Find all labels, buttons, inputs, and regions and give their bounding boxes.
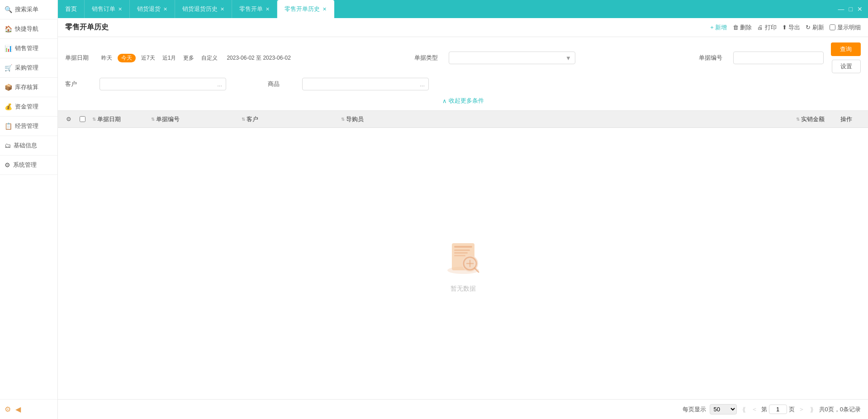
col-header-date[interactable]: ⇅ 单据日期 (89, 115, 147, 123)
filter-actions: 查询 设置 (831, 42, 861, 73)
tab-sales-return[interactable]: 销货退货 ✕ (130, 0, 175, 18)
customer-dots-icon[interactable]: ... (217, 81, 222, 88)
type-filter-label: 单据类型 (414, 54, 441, 62)
collapse-filter-label: 收起更多条件 (449, 97, 484, 105)
type-dropdown-icon: ▼ (565, 55, 571, 61)
sort-icon-no: ⇅ (151, 117, 155, 122)
last-page-btn[interactable]: ⟫ (808, 405, 816, 414)
collapse-row: ∧ 收起更多条件 (65, 95, 861, 108)
tab-retail-open-history-close[interactable]: ✕ (323, 6, 327, 12)
filter-settings-button[interactable]: 设置 (832, 60, 861, 73)
sidebar-label-base-info: 基础信息 (14, 141, 37, 150)
date-opt-more[interactable]: 更多 (181, 54, 196, 62)
delete-button[interactable]: 🗑 删除 (733, 24, 752, 32)
bottom-gear-icon[interactable]: ⚙ (5, 405, 11, 414)
prev-page-btn[interactable]: ＜ (749, 405, 759, 414)
col-header-no[interactable]: ⇅ 单据编号 (147, 115, 238, 123)
export-button[interactable]: ⬆ 导出 (782, 24, 801, 32)
tab-home[interactable]: 首页 (58, 0, 85, 18)
date-opt-yesterday[interactable]: 昨天 (100, 54, 114, 62)
collapse-chevron-icon: ∧ (442, 98, 447, 104)
col-header-guide[interactable]: ⇅ 导购员 (337, 115, 392, 123)
customer-filter-label: 客户 (65, 80, 92, 88)
sidebar-item-sys-mgmt[interactable]: ⚙ 系统管理 (0, 155, 57, 175)
refresh-button[interactable]: ↻ 刷新 (806, 24, 824, 32)
tab-bar: 首页 销售订单 ✕ 销货退货 ✕ 销货退货历史 ✕ 零售开单 ✕ 零售开单历史 … (58, 0, 868, 18)
main-area: 首页 销售订单 ✕ 销货退货 ✕ 销货退货历史 ✕ 零售开单 ✕ 零售开单历史 … (58, 0, 868, 419)
col-label-op: 操作 (840, 115, 852, 123)
col-label-amount: 实销金额 (801, 115, 825, 123)
show-detail-label: 显示明细 (837, 24, 861, 32)
date-opt-7days[interactable]: 近7天 (139, 54, 157, 62)
sidebar-item-purchase-mgmt[interactable]: 🛒 采购管理 (0, 58, 57, 78)
total-info: 共0页，0条记录 (819, 405, 861, 414)
date-options: 昨天 今天 近7天 近1月 更多 自定义 (100, 54, 219, 62)
goods-filter-input[interactable]: ... (302, 78, 429, 90)
tab-retail-open-close[interactable]: ✕ (266, 6, 270, 12)
sidebar-item-finance[interactable]: 💰 资金管理 (0, 97, 57, 117)
window-close[interactable]: ✕ (857, 5, 863, 13)
sidebar-item-sales-mgmt[interactable]: 📊 销售管理 (0, 39, 57, 58)
add-button[interactable]: + 新增 (710, 24, 727, 32)
show-detail-checkbox[interactable] (830, 24, 835, 30)
page-number-input[interactable] (769, 405, 787, 414)
customer-filter-input[interactable]: ... (100, 78, 226, 90)
window-controls: — □ ✕ (838, 5, 868, 13)
query-button[interactable]: 查询 (831, 42, 861, 56)
col-label-customer: 客户 (247, 115, 258, 123)
base-info-icon: 🗂 (5, 142, 11, 149)
goods-dots-icon[interactable]: ... (420, 81, 425, 88)
tab-sales-return-history-close[interactable]: ✕ (220, 6, 224, 12)
svg-rect-5 (454, 255, 465, 256)
tab-sales-return-history[interactable]: 销货退货历史 ✕ (175, 0, 232, 18)
date-opt-custom[interactable]: 自定义 (199, 54, 219, 62)
header-actions: + 新增 🗑 删除 🖨 打印 ⬆ 导出 ↻ 刷新 显示明细 (710, 24, 861, 32)
type-filter-select[interactable]: ▼ (449, 52, 575, 64)
col-label-no: 单据编号 (156, 115, 180, 123)
page-label-prefix: 第 (761, 405, 767, 414)
window-minimize[interactable]: — (838, 5, 844, 13)
collapse-filter-btn[interactable]: ∧ 收起更多条件 (442, 97, 484, 105)
tab-retail-open-history[interactable]: 零售开单历史 ✕ (277, 0, 334, 18)
col-header-amount[interactable]: ⇅ 实销金额 (774, 115, 828, 123)
finance-icon: 💰 (5, 103, 12, 110)
date-range: 2023-06-02 至 2023-06-02 (227, 54, 290, 62)
sidebar-bottom: ⚙ ◀ (0, 399, 57, 419)
tab-sales-return-label: 销货退货 (137, 5, 161, 13)
per-page-select[interactable]: 50 100 (710, 404, 737, 414)
table-select-all[interactable] (76, 116, 89, 122)
print-button[interactable]: 🖨 打印 (757, 24, 777, 32)
tab-sales-order-close[interactable]: ✕ (118, 6, 122, 12)
sidebar-search[interactable]: 🔍 搜索采单 (0, 0, 57, 19)
page-content: 零售开单历史 + 新增 🗑 删除 🖨 打印 ⬆ 导出 ↻ 刷新 显示明细 单据日… (58, 18, 868, 419)
select-all-checkbox[interactable] (80, 116, 85, 122)
tab-sales-order[interactable]: 销售订单 ✕ (85, 0, 130, 18)
tab-sales-order-label: 销售订单 (92, 5, 115, 13)
window-maximize[interactable]: □ (849, 5, 853, 13)
inventory-icon: 📦 (5, 84, 12, 91)
sales-icon: 📊 (5, 45, 12, 52)
sidebar-item-inventory[interactable]: 📦 库存核算 (0, 78, 57, 97)
show-detail-toggle[interactable]: 显示明细 (830, 24, 861, 32)
col-header-op: 操作 (828, 115, 864, 123)
sidebar-label-operations: 经营管理 (15, 122, 38, 130)
empty-state: 暂无数据 (58, 128, 868, 399)
number-filter-input[interactable] (733, 52, 824, 64)
sidebar-item-operations[interactable]: 📋 经营管理 (0, 117, 57, 136)
date-opt-1month[interactable]: 近1月 (161, 54, 178, 62)
sidebar-label-finance: 资金管理 (15, 103, 38, 111)
table-settings-icon[interactable]: ⚙ (62, 116, 76, 122)
tab-sales-return-close[interactable]: ✕ (163, 6, 167, 12)
col-header-customer[interactable]: ⇅ 客户 (238, 115, 337, 123)
sidebar-item-base-info[interactable]: 🗂 基础信息 (0, 136, 57, 155)
purchase-icon: 🛒 (5, 64, 12, 71)
sort-icon-amount: ⇅ (796, 117, 800, 122)
date-opt-today[interactable]: 今天 (118, 54, 136, 62)
sort-icon-date: ⇅ (92, 117, 96, 122)
table-header: ⚙ ⇅ 单据日期 ⇅ 单据编号 ⇅ 客户 ⇅ 导购员 (58, 111, 868, 128)
bottom-collapse-icon[interactable]: ◀ (15, 405, 21, 414)
first-page-btn[interactable]: ⟪ (740, 405, 748, 414)
next-page-btn[interactable]: ＞ (797, 405, 806, 414)
sidebar-item-quick-nav[interactable]: 🏠 快捷导航 (0, 19, 57, 39)
tab-retail-open[interactable]: 零售开单 ✕ (232, 0, 277, 18)
